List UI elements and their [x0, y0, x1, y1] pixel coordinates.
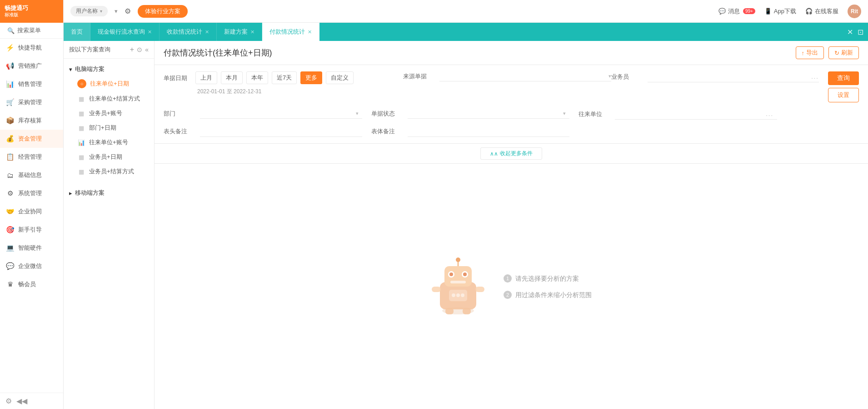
topbar-dropdown-icon[interactable]: ▾ — [115, 8, 118, 15]
online-service-item[interactable]: 🎧 在线客服 — [805, 7, 838, 15]
filter-row-2: 部门 ▾ 单据状态 ▾ — [164, 109, 859, 120]
svg-rect-7 — [450, 281, 466, 283]
dept-filter: 部门 ▾ — [164, 109, 362, 119]
last-month-btn[interactable]: 上月 — [195, 71, 217, 84]
tab-payment-stats[interactable]: 付款情况统计 ✕ — [262, 23, 319, 41]
scheme-item-label: 业务员+结算方式 — [89, 167, 134, 176]
refresh-button[interactable]: ↻ 刷新 — [828, 46, 859, 59]
trial-button[interactable]: 体验行业方案 — [138, 5, 188, 18]
pc-group-arrow: ▾ — [69, 66, 72, 73]
scheme-item-label: 往来单位+结算方式 — [89, 95, 140, 103]
messages-item[interactable]: 💬 消息 99+ — [718, 7, 755, 15]
pc-group-label: 电脑端方案 — [75, 65, 105, 73]
user-avatar[interactable]: Rit — [848, 5, 861, 18]
scheme-icon: ▦ — [77, 95, 85, 103]
sidebar-item-label: 新手引导 — [18, 226, 42, 234]
collapse-more-button[interactable]: ∧∧ 收起更多条件 — [480, 147, 542, 160]
sidebar-item-weixin[interactable]: 💬 企业微信 — [0, 257, 63, 275]
sidebar-item-purchase[interactable]: 🛒 采购管理 — [0, 93, 63, 111]
sidebar-item-enterprise[interactable]: 🤝 企业协同 — [0, 202, 63, 221]
main-area: 用户名称 ▾ ▾ ⚙ 体验行业方案 💬 消息 99+ 📱 App下载 🎧 在线客… — [64, 0, 868, 409]
headset-icon: 🎧 — [805, 8, 813, 15]
sidebar-collapse-icon[interactable]: ◀◀ — [16, 397, 27, 405]
this-year-btn[interactable]: 本年 — [246, 71, 268, 84]
custom-btn[interactable]: 自定义 — [326, 71, 354, 84]
this-month-btn[interactable]: 本月 — [221, 71, 243, 84]
mobile-scheme-group[interactable]: ▸ 移动端方案 — [64, 186, 154, 200]
tab-bank-flow[interactable]: 现金银行流水查询 ✕ — [90, 23, 160, 41]
scheme-item-staff-payment[interactable]: ▦ 业务员+结算方式 — [64, 164, 154, 179]
query-button[interactable]: 查询 — [828, 71, 859, 85]
app-download-item[interactable]: 📱 App下载 — [764, 7, 796, 15]
scheme-item-unit-date[interactable]: ○ 往来单位+日期 — [64, 76, 154, 91]
dept-label: 部门 — [164, 110, 195, 118]
source-select[interactable]: ▾ — [439, 71, 611, 81]
export-button[interactable]: ↑ 导出 — [796, 46, 824, 59]
message-badge: 99+ — [743, 8, 755, 14]
collapse-panel-icon[interactable]: « — [145, 46, 149, 53]
user-selector[interactable]: 用户名称 ▾ — [70, 6, 108, 16]
sidebar-item-label: 智能硬件 — [18, 244, 42, 252]
export-icon: ↑ — [802, 50, 805, 56]
last-7days-btn[interactable]: 近7天 — [272, 71, 297, 84]
search-menu[interactable]: 🔍 搜索菜单 — [0, 23, 63, 39]
sidebar-logo: 畅捷通巧 标准版 — [0, 0, 63, 23]
tab-close-bank-flow[interactable]: ✕ — [148, 29, 152, 35]
sidebar-item-finance[interactable]: 💰 资金管理 — [0, 130, 63, 148]
body-note-filter: 表体备注 — [371, 126, 570, 137]
sidebar-item-quick-nav[interactable]: ⚡ 快捷导航 — [0, 39, 63, 57]
sidebar-item-guide[interactable]: 🎯 新手引导 — [0, 221, 63, 239]
sidebar-item-system[interactable]: ⚙ 系统管理 — [0, 184, 63, 202]
scheme-icon: ▦ — [77, 124, 85, 132]
add-scheme-icon[interactable]: + — [130, 45, 134, 54]
topbar-right: 💬 消息 99+ 📱 App下载 🎧 在线客服 Rit — [718, 5, 861, 18]
robot-illustration — [431, 259, 485, 314]
sidebar-item-marketing[interactable]: 📢 营销推广 — [0, 57, 63, 75]
date-range-display: 2022-01-01 至 2022-12-31 — [197, 88, 261, 96]
sidebar-item-basic[interactable]: 🗂 基础信息 — [0, 166, 63, 184]
scheme-item-unit-payment[interactable]: ▦ 往来单位+结算方式 — [64, 91, 154, 106]
tab-close-payment-stats[interactable]: ✕ — [308, 29, 312, 35]
partner-label: 往来单位 — [579, 110, 610, 118]
scheme-item-staff-date[interactable]: ▦ 业务员+日期 — [64, 150, 154, 164]
tab-close-receipt-stats[interactable]: ✕ — [205, 29, 209, 35]
query-buttons: 查询 设置 — [828, 71, 859, 102]
dept-select[interactable]: ▾ — [200, 109, 362, 119]
scheme-settings-icon[interactable]: ⊙ — [137, 46, 142, 53]
maximize-icon[interactable]: ⊡ — [858, 28, 863, 36]
partner-select[interactable]: ... — [615, 109, 777, 120]
scheme-item-dept-date[interactable]: ▦ 部门+日期 — [64, 121, 154, 135]
tab-receipt-stats[interactable]: 收款情况统计 ✕ — [160, 23, 217, 41]
enterprise-icon: 🤝 — [5, 207, 15, 216]
docstatus-select[interactable]: ▾ — [408, 109, 570, 119]
mobile-icon: 📱 — [764, 8, 772, 15]
scheme-icon: ▦ — [77, 109, 85, 117]
scheme-icon: ▦ — [77, 167, 85, 176]
sidebar-item-label: 销售管理 — [18, 80, 42, 88]
topbar-settings-icon[interactable]: ⚙ — [125, 7, 131, 15]
sidebar-item-inventory[interactable]: 📦 库存核算 — [0, 111, 63, 130]
salesperson-select[interactable]: ... — [648, 71, 819, 82]
sidebar-item-hardware[interactable]: 💻 智能硬件 — [0, 239, 63, 257]
tab-close-new-scheme[interactable]: ✕ — [250, 29, 254, 35]
header-note-input[interactable] — [200, 126, 362, 137]
sidebar-item-vip[interactable]: ♛ 畅会员 — [0, 275, 63, 293]
scheme-item-staff-account[interactable]: ▦ 业务员+账号 — [64, 106, 154, 121]
pc-scheme-group[interactable]: ▾ 电脑端方案 — [64, 62, 154, 76]
sidebar-settings-icon[interactable]: ⚙ — [5, 397, 12, 405]
tab-home[interactable]: 首页 — [64, 23, 90, 41]
sidebar-item-operation[interactable]: 📋 经营管理 — [0, 148, 63, 166]
new-scheme-tab-label: 新建方案 — [224, 28, 248, 36]
scheme-header-actions: + ⊙ « — [130, 45, 149, 54]
body-note-input[interactable] — [408, 126, 570, 137]
filter-area: 单据日期 上月 本月 本年 近7天 更多 自定义 2022-01-01 至 20… — [155, 65, 868, 144]
page-header: 付款情况统计(往来单位+日期) ↑ 导出 ↻ 刷新 — [155, 41, 868, 65]
tab-new-scheme[interactable]: 新建方案 ✕ — [217, 23, 262, 41]
scheme-item-unit-account[interactable]: 📊 往来单位+账号 — [64, 135, 154, 150]
svg-point-5 — [449, 273, 453, 276]
settings-button[interactable]: 设置 — [828, 88, 859, 102]
sidebar-item-sales[interactable]: 📊 销售管理 — [0, 75, 63, 93]
date-label: 单据日期 — [164, 71, 195, 82]
more-btn[interactable]: 更多 — [300, 71, 322, 84]
close-all-icon[interactable]: ✕ — [847, 28, 853, 36]
